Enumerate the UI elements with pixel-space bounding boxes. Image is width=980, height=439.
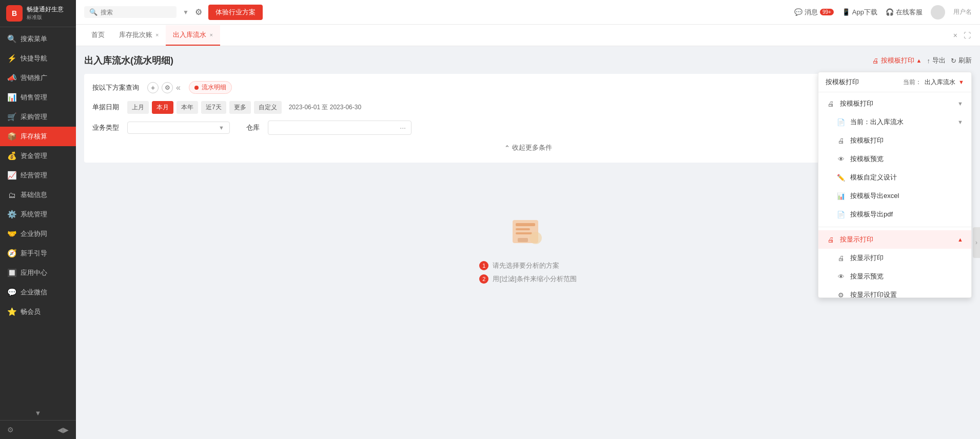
export-label: 导出	[932, 56, 946, 65]
sidebar-item-label: 快捷导航	[21, 54, 47, 63]
topbar-settings-icon[interactable]: ⚙	[195, 7, 202, 17]
sidebar-item-guide[interactable]: 🧭 新手引导	[0, 244, 76, 263]
sidebar-item-label: 畅会员	[21, 307, 41, 316]
page-content: 出入库流水(流水明细) 🖨 按模板打印 ▲ ↑ 导出 ↻ 刷新	[76, 46, 980, 439]
sidebar-item-finance[interactable]: 💰 资金管理	[0, 146, 76, 166]
finance-icon: 💰	[7, 151, 16, 161]
sidebar-item-cooperation[interactable]: 🤝 企业协同	[0, 224, 76, 244]
last-month-button[interactable]: 上月	[127, 101, 149, 114]
sidebar-item-inventory[interactable]: 📦 库存核算	[0, 127, 76, 146]
collapse-label: 收起更多条件	[512, 143, 552, 152]
industry-solution-button[interactable]: 体验行业方案	[208, 5, 263, 20]
display-print-label: 按显示打印	[850, 253, 884, 263]
sidebar-item-label: 经营管理	[21, 171, 47, 180]
sidebar-item-wecom[interactable]: 💬 企业微信	[0, 283, 76, 302]
tab-batch-account-close[interactable]: ×	[155, 32, 159, 38]
close-window-button[interactable]: ×	[952, 30, 958, 41]
this-year-button[interactable]: 本年	[177, 101, 198, 114]
display-settings-icon: ⚙	[837, 291, 845, 297]
filter-config-button[interactable]: ⚙	[162, 82, 173, 93]
sidebar-item-label: 系统管理	[21, 210, 47, 219]
sidebar-scroll-down[interactable]: ▼	[0, 406, 76, 420]
current-doc-icon: 📄	[837, 118, 845, 126]
filter-collapse-button[interactable]: «	[176, 83, 181, 92]
export-button[interactable]: ↑ 导出	[927, 56, 946, 65]
print-template-button[interactable]: 🖨 按模板打印 ▲	[872, 56, 922, 65]
app-download-button[interactable]: 📱 App下载	[842, 8, 877, 17]
user-avatar[interactable]	[931, 5, 945, 19]
expand-window-button[interactable]: ⛶	[963, 30, 972, 41]
tab-batch-account[interactable]: 库存批次账 ×	[112, 25, 166, 46]
sidebar-collapse-icon[interactable]: ◀▶	[57, 426, 69, 434]
sidebar-item-operation[interactable]: 📈 经营管理	[0, 166, 76, 185]
template-export-pdf-label: 按模板导出pdf	[850, 210, 893, 219]
sidebar-item-marketing[interactable]: 📣 营销推广	[0, 68, 76, 88]
sidebar-item-label: 企业微信	[21, 288, 47, 297]
dropdown-template-print[interactable]: 🖨 按模板打印	[818, 131, 971, 150]
business-type-select[interactable]: ▼	[127, 122, 230, 134]
sidebar-item-basic[interactable]: 🗂 基础信息	[0, 185, 76, 205]
dropdown-display-print-header[interactable]: 🖨 按显示打印 ▲	[818, 230, 971, 249]
dropdown-expand-icon[interactable]: ▼	[958, 79, 964, 85]
tab-inventory-flow-close[interactable]: ×	[209, 32, 212, 38]
dropdown-display-print[interactable]: 🖨 按显示打印	[818, 249, 971, 267]
user-name: 用户名	[953, 8, 972, 16]
sales-icon: 📊	[7, 93, 16, 102]
dropdown-divider-1	[818, 227, 971, 227]
template-custom-label: 模板自定义设计	[850, 173, 897, 182]
customer-service-button[interactable]: 🎧 在线客服	[886, 8, 923, 17]
messages-label: 消息	[805, 8, 818, 17]
filter-add-button[interactable]: +	[147, 82, 159, 93]
topbar-dropdown-arrow[interactable]: ▼	[183, 9, 189, 16]
tab-inventory-flow[interactable]: 出入库流水 ×	[166, 25, 220, 46]
display-print-icon: 🖨	[837, 254, 845, 262]
display-print-header-icon: 🖨	[827, 235, 835, 244]
more-date-button[interactable]: 更多	[229, 101, 251, 114]
sidebar-item-purchase[interactable]: 🛒 采购管理	[0, 107, 76, 127]
dropdown-scroll: 🖨 按模板打印 ▼ 📄 当前：出入库流水 ▼ 🖨	[818, 92, 971, 297]
template-preview-icon: 👁	[837, 155, 845, 163]
dropdown-template-custom[interactable]: ✏️ 模板自定义设计	[818, 168, 971, 187]
search-input[interactable]	[101, 9, 162, 16]
system-icon: ⚙️	[7, 210, 16, 219]
this-month-button[interactable]: 本月	[152, 101, 173, 114]
sidebar-settings-icon[interactable]: ⚙	[7, 426, 14, 434]
sidebar-item-label: 企业协同	[21, 229, 47, 238]
sidebar-item-system[interactable]: ⚙️ 系统管理	[0, 205, 76, 224]
print-template-label: 按模板打印	[881, 56, 914, 65]
warehouse-more-icon[interactable]: ···	[400, 124, 406, 132]
template-print-header-icon: 🖨	[827, 99, 835, 108]
refresh-button[interactable]: ↻ 刷新	[951, 56, 972, 65]
app-logo: B 畅捷通好生意 标准版	[0, 0, 76, 27]
dropdown-template-export-pdf[interactable]: 📄 按模板导出pdf	[818, 205, 971, 224]
sidebar-item-sales[interactable]: 📊 销售管理	[0, 88, 76, 107]
dropdown-header-right: 当前： 出入库流水 ▼	[903, 78, 964, 87]
template-print-header-label: 按模板打印	[840, 99, 873, 108]
app-download-label: App下载	[852, 8, 877, 17]
topbar-search-box[interactable]: 🔍	[84, 6, 177, 18]
display-preview-icon: 👁	[837, 272, 845, 281]
sidebar-item-quick-nav[interactable]: ⚡ 快捷导航	[0, 49, 76, 68]
sidebar-item-member[interactable]: ⭐ 畅会员	[0, 302, 76, 322]
sidebar-item-search[interactable]: 🔍 搜索菜单	[0, 29, 76, 49]
custom-date-button[interactable]: 自定义	[254, 101, 282, 114]
dropdown-template-print-header[interactable]: 🖨 按模板打印 ▼	[818, 94, 971, 113]
empty-step-1: 1 请先选择要分析的方案	[479, 261, 576, 270]
sidebar-item-app-center[interactable]: 🔲 应用中心	[0, 263, 76, 283]
dropdown-display-preview[interactable]: 👁 按显示预览	[818, 267, 971, 286]
warehouse-select[interactable]: ···	[268, 121, 411, 135]
print-dropdown-arrow[interactable]: ▲	[916, 57, 922, 64]
dropdown-item-current[interactable]: 📄 当前：出入库流水 ▼	[818, 113, 971, 131]
dropdown-display-print-settings[interactable]: ⚙ 按显示打印设置	[818, 286, 971, 297]
refresh-icon: ↻	[951, 57, 956, 65]
right-sidebar-toggle[interactable]: ›	[973, 227, 980, 258]
last-7days-button[interactable]: 近7天	[201, 101, 226, 114]
sidebar-item-label: 营销推广	[21, 73, 47, 83]
tab-home[interactable]: 首页	[84, 25, 112, 46]
wecom-icon: 💬	[7, 288, 16, 297]
customer-service-icon: 🎧	[886, 8, 894, 16]
messages-button[interactable]: 💬 消息 99+	[794, 8, 834, 17]
template-custom-icon: ✏️	[837, 173, 845, 182]
dropdown-template-preview[interactable]: 👁 按模板预览	[818, 150, 971, 168]
dropdown-template-export-excel[interactable]: 📊 按模板导出excel	[818, 187, 971, 205]
